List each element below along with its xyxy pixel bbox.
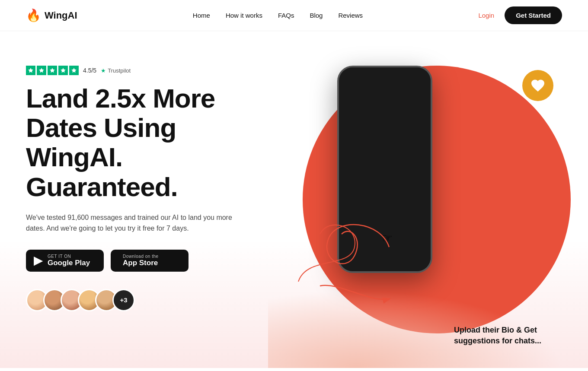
google-play-text: GET IT ON Google Play xyxy=(48,254,90,267)
heart-icon xyxy=(530,78,546,93)
trustpilot-row: 4.5/5 ★ Trustpilot xyxy=(26,66,268,75)
heart-bubble xyxy=(522,70,553,101)
trustpilot-star-icon: ★ xyxy=(101,67,106,74)
get-started-button[interactable]: Get Started xyxy=(505,6,562,24)
logo[interactable]: 🔥 WingAI xyxy=(26,8,77,22)
hero-right: ☞ Upload their Bio & Get suggestions xyxy=(268,57,562,359)
heading-line1: Land 2.5x More xyxy=(26,83,215,113)
app-store-big: App Store xyxy=(123,259,159,267)
star-4 xyxy=(58,66,68,75)
trustpilot-badge: ★ Trustpilot xyxy=(101,67,131,74)
star-2 xyxy=(37,66,46,75)
heading-line2: Dates Using WingAI. xyxy=(26,113,176,172)
nav-home[interactable]: Home xyxy=(193,12,210,19)
hero-left: 4.5/5 ★ Trustpilot Land 2.5x More Dates … xyxy=(26,57,268,311)
avatar-stack: +3 xyxy=(26,289,135,311)
trustpilot-label: Trustpilot xyxy=(108,67,131,74)
bio-callout: Upload their Bio & Get suggestions for c… xyxy=(454,325,549,346)
nav-how-it-works[interactable]: How it works xyxy=(226,12,262,19)
hero-section: 4.5/5 ★ Trustpilot Land 2.5x More Dates … xyxy=(0,31,588,368)
star-rating xyxy=(26,66,79,75)
nav-right: Login Get Started xyxy=(478,6,562,24)
bio-callout-arrow xyxy=(311,277,398,312)
phone-notch xyxy=(368,67,402,77)
logo-flame-icon: 🔥 xyxy=(26,8,41,22)
google-play-small: GET IT ON xyxy=(48,254,90,259)
nav-faqs[interactable]: FAQs xyxy=(278,12,294,19)
star-1 xyxy=(26,66,35,75)
heading-line3: Guaranteed. xyxy=(26,172,178,202)
logo-text: WingAI xyxy=(45,10,77,21)
google-play-button[interactable]: ▶ GET IT ON Google Play xyxy=(26,250,104,272)
avatar-count: +3 xyxy=(112,289,135,311)
navbar: 🔥 WingAI Home How it works FAQs Blog Rev… xyxy=(0,0,588,31)
login-link[interactable]: Login xyxy=(478,12,494,19)
star-5 xyxy=(69,66,79,75)
hero-subtext: We've tested 91,600 messages and trained… xyxy=(26,212,233,234)
nav-links: Home How it works FAQs Blog Reviews xyxy=(193,12,363,19)
google-play-big: Google Play xyxy=(48,259,90,267)
app-buttons: ▶ GET IT ON Google Play Download on the … xyxy=(26,250,268,272)
nav-blog[interactable]: Blog xyxy=(310,12,323,19)
app-store-small: Download on the xyxy=(123,254,159,259)
nav-reviews[interactable]: Reviews xyxy=(338,12,363,19)
avatars-row: +3 xyxy=(26,289,268,311)
hero-heading: Land 2.5x More Dates Using WingAI. Guara… xyxy=(26,84,268,202)
star-3 xyxy=(48,66,57,75)
google-play-icon: ▶ xyxy=(34,254,43,266)
app-store-button[interactable]: Download on the App Store xyxy=(111,250,189,272)
rating-text: 4.5/5 xyxy=(83,67,96,74)
app-store-text: Download on the App Store xyxy=(123,254,159,267)
